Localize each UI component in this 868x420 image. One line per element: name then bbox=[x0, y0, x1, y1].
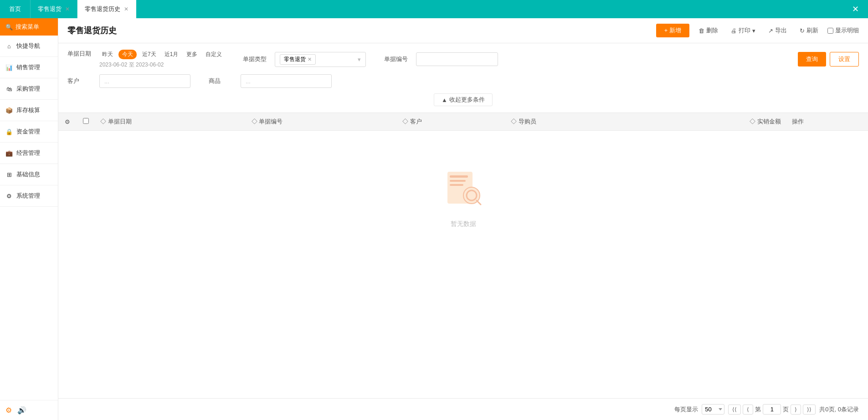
sidebar-search[interactable]: 🔍 搜索菜单 bbox=[0, 18, 58, 36]
customer-input[interactable]: ... bbox=[99, 74, 190, 88]
top-tab-bar: 首页 零售退货 ✕ 零售退货历史 ✕ ✕ bbox=[0, 0, 868, 18]
customer-placeholder: ... bbox=[104, 78, 109, 85]
voucher-input[interactable] bbox=[416, 52, 498, 66]
sidebar-item-system-label: 系统管理 bbox=[16, 192, 40, 200]
lock-icon: 🔒 bbox=[5, 128, 13, 135]
print-button[interactable]: 🖨 打印 ▾ bbox=[727, 25, 759, 36]
type-dropdown-icon[interactable]: ▾ bbox=[358, 56, 361, 63]
product-input[interactable]: ... bbox=[241, 74, 332, 88]
date-btn-more[interactable]: 更多 bbox=[184, 50, 200, 59]
page-last-button[interactable]: ⟩⟩ bbox=[803, 405, 816, 415]
sidebar-item-system[interactable]: ⚙ 系统管理 bbox=[0, 185, 58, 207]
tab-home[interactable]: 首页 bbox=[0, 0, 31, 18]
empty-state: 暂无数据 bbox=[58, 131, 868, 265]
type-selector[interactable]: 零售退货 ✕ ▾ bbox=[275, 52, 366, 67]
sidebar: 🔍 搜索菜单 ⌂ 快捷导航 📊 销售管理 🛍 采购管理 📦 库存核算 🔒 资金管… bbox=[0, 18, 58, 420]
tab-home-label: 首页 bbox=[9, 5, 21, 13]
sidebar-bottom: ⚙ 🔊 bbox=[0, 400, 58, 420]
voucher-filter-group: 单据编号 bbox=[384, 52, 498, 66]
page-first-button[interactable]: ⟨⟨ bbox=[728, 405, 741, 415]
tab-retail-return[interactable]: 零售退货 ✕ bbox=[31, 0, 77, 18]
sidebar-item-operations-label: 经营管理 bbox=[16, 149, 40, 157]
add-button[interactable]: + 新增 bbox=[656, 24, 689, 37]
th-amount: ◇ 实销金额 bbox=[635, 113, 786, 131]
bag-icon: 🛍 bbox=[5, 85, 13, 92]
page-next-button[interactable]: ⟩ bbox=[791, 405, 801, 415]
refresh-icon: ↻ bbox=[800, 27, 805, 34]
delete-label: 删除 bbox=[706, 26, 718, 35]
sidebar-item-sales[interactable]: 📊 销售管理 bbox=[0, 57, 58, 78]
collapse-button[interactable]: ▲ 收起更多条件 bbox=[434, 93, 493, 106]
svg-rect-3 bbox=[450, 184, 463, 186]
tab-retail-return-history-label: 零售退货历史 bbox=[85, 5, 120, 13]
date-btn-custom[interactable]: 自定义 bbox=[203, 50, 225, 59]
filter-setting-button[interactable]: 设置 bbox=[830, 52, 859, 67]
empty-text: 暂无数据 bbox=[451, 220, 476, 228]
sidebar-item-inventory[interactable]: 📦 库存核算 bbox=[0, 100, 58, 121]
date-btn-today[interactable]: 今天 bbox=[118, 50, 137, 59]
delete-icon: 🗑 bbox=[699, 27, 704, 34]
filter-area: 单据日期 昨天 今天 近7天 近1月 更多 自定义 2023-06-02 至 2… bbox=[58, 43, 868, 113]
sidebar-item-operations[interactable]: 💼 经营管理 bbox=[0, 143, 58, 164]
th-date-label: ◇ 单据日期 bbox=[100, 118, 132, 125]
refresh-button[interactable]: ↻ 刷新 bbox=[796, 25, 822, 36]
select-all-checkbox[interactable] bbox=[83, 118, 89, 124]
page-title: 零售退货历史 bbox=[67, 25, 117, 36]
page-number-input[interactable] bbox=[763, 404, 781, 415]
collapse-area: ▲ 收起更多条件 bbox=[67, 93, 859, 106]
voucher-filter-label: 单据编号 bbox=[384, 55, 411, 63]
window-close-icon[interactable]: ✕ bbox=[852, 5, 859, 14]
query-button[interactable]: 查询 bbox=[798, 52, 826, 67]
content-area: 零售退货历史 + 新增 🗑 删除 🖨 打印 ▾ ↗ 导出 ↻ bbox=[58, 18, 868, 420]
sound-icon[interactable]: 🔊 bbox=[17, 406, 26, 415]
empty-illustration bbox=[441, 167, 486, 213]
sidebar-item-finance-label: 资金管理 bbox=[16, 128, 40, 136]
date-btn-1month[interactable]: 近1月 bbox=[162, 50, 181, 59]
data-table: ⚙ ◇ 单据日期 ◇ 单据编号 ◇ 客户 bbox=[58, 113, 868, 131]
customer-filter-label: 客户 bbox=[67, 77, 95, 85]
sidebar-item-sales-label: 销售管理 bbox=[16, 63, 40, 72]
date-buttons: 昨天 今天 近7天 近1月 更多 自定义 bbox=[99, 50, 225, 59]
table-header-row: ⚙ ◇ 单据日期 ◇ 单据编号 ◇ 客户 bbox=[58, 113, 868, 131]
th-settings[interactable]: ⚙ bbox=[58, 113, 77, 131]
product-filter-group: 商品 ... bbox=[209, 74, 332, 88]
th-customer-label: ◇ 客户 bbox=[402, 118, 422, 125]
sidebar-item-finance[interactable]: 🔒 资金管理 bbox=[0, 121, 58, 143]
display-toggle[interactable]: 显示明细 bbox=[827, 26, 859, 35]
sidebar-item-basic-info-label: 基础信息 bbox=[16, 170, 40, 179]
filter-row-2: 客户 ... 商品 ... bbox=[67, 74, 859, 88]
date-btn-7days[interactable]: 近7天 bbox=[139, 50, 159, 59]
filter-actions: 查询 设置 bbox=[798, 52, 859, 67]
th-guide: ◇ 导购员 bbox=[505, 113, 635, 131]
th-date: ◇ 单据日期 bbox=[95, 113, 246, 131]
sidebar-search-label: 搜索菜单 bbox=[15, 23, 39, 31]
page-size-select[interactable]: 50 10 20 100 bbox=[702, 404, 724, 415]
page-header: 零售退货历史 + 新增 🗑 删除 🖨 打印 ▾ ↗ 导出 ↻ bbox=[58, 18, 868, 43]
date-btn-yesterday[interactable]: 昨天 bbox=[99, 50, 116, 59]
display-toggle-checkbox[interactable] bbox=[827, 28, 833, 34]
page-label: 第 bbox=[755, 405, 761, 414]
page-prev-button[interactable]: ⟨ bbox=[743, 405, 753, 415]
th-checkbox[interactable] bbox=[77, 113, 95, 131]
sidebar-item-purchase[interactable]: 🛍 采购管理 bbox=[0, 78, 58, 100]
delete-button[interactable]: 🗑 删除 bbox=[695, 25, 722, 36]
page-nav: ⟨⟨ ⟨ 第 页 ⟩ ⟩⟩ bbox=[728, 404, 816, 415]
sidebar-item-quick-nav[interactable]: ⌂ 快捷导航 bbox=[0, 36, 58, 57]
th-guide-label: ◇ 导购员 bbox=[511, 118, 536, 125]
gear-icon[interactable]: ⚙ bbox=[5, 406, 12, 415]
print-dropdown-icon: ▾ bbox=[752, 27, 755, 34]
tab-retail-return-history-close[interactable]: ✕ bbox=[124, 6, 128, 12]
tab-retail-return-history[interactable]: 零售退货历史 ✕ bbox=[77, 0, 136, 18]
type-tag-remove[interactable]: ✕ bbox=[308, 56, 312, 62]
collapse-icon: ▲ bbox=[442, 97, 447, 103]
pagination: 每页显示 50 10 20 100 ⟨⟨ ⟨ 第 页 ⟩ ⟩⟩ 共0页, 0条记… bbox=[58, 398, 868, 420]
total-info: 共0页, 0条记录 bbox=[819, 405, 859, 414]
settings-icon[interactable]: ⚙ bbox=[65, 118, 70, 125]
date-filter-group: 单据日期 昨天 今天 近7天 近1月 更多 自定义 2023-06-02 至 2… bbox=[67, 50, 225, 69]
tab-retail-return-close[interactable]: ✕ bbox=[65, 6, 70, 12]
export-button[interactable]: ↗ 导出 bbox=[765, 25, 791, 36]
customer-filter-group: 客户 ... bbox=[67, 74, 190, 88]
print-icon: 🖨 bbox=[731, 27, 737, 34]
sidebar-item-basic-info[interactable]: ⊞ 基础信息 bbox=[0, 164, 58, 185]
product-filter-label: 商品 bbox=[209, 77, 236, 85]
